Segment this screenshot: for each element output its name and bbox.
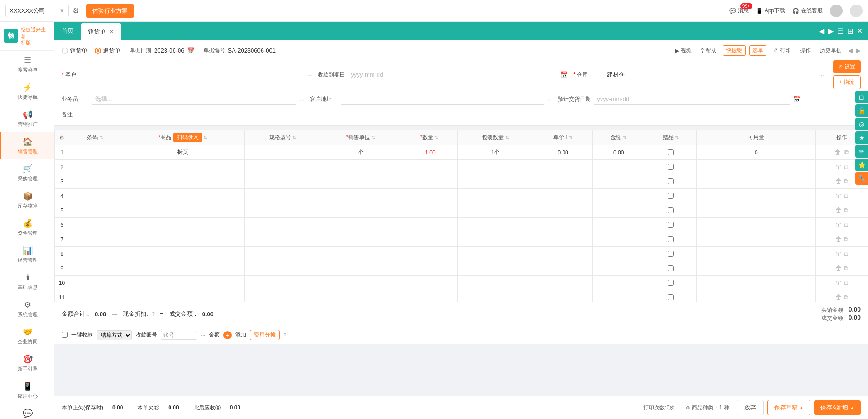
customer-addr-dots[interactable]: ···	[548, 96, 553, 103]
delete-icon-9[interactable]: 🗑	[834, 265, 843, 272]
sidebar-item-purchase[interactable]: 🛒 采购管理	[0, 159, 54, 187]
settings-icon-btn[interactable]: ⚙	[73, 6, 79, 15]
view-grid-btn[interactable]: ⊞	[847, 27, 853, 35]
add-payment-btn[interactable]: +	[223, 331, 232, 339]
copy-icon-2[interactable]: ⧉	[843, 163, 849, 170]
copy-icon-11[interactable]: ⧉	[843, 294, 849, 301]
close-all-btn[interactable]: ✕	[857, 27, 863, 35]
gift-checkbox-1[interactable]	[668, 149, 674, 155]
row-spec-1[interactable]	[245, 145, 320, 160]
fee-help-icon[interactable]: ?	[283, 332, 286, 338]
side-float-btn-7[interactable]: 🔧	[855, 172, 868, 185]
gift-checkbox-10[interactable]	[668, 280, 674, 286]
side-float-btn-3[interactable]: ◎	[855, 118, 868, 130]
copy-icon-4[interactable]: ⧉	[843, 192, 849, 199]
save-new-btn[interactable]: 保存&新增 ▲	[814, 400, 861, 415]
avatar[interactable]	[830, 5, 843, 17]
account-input[interactable]	[161, 331, 197, 340]
delete-icon-7[interactable]: 🗑	[834, 236, 843, 243]
side-float-btn-5[interactable]: ✏	[855, 145, 868, 158]
online-service-btn[interactable]: 🎧 在线客服	[792, 7, 823, 14]
gift-checkbox-6[interactable]	[668, 222, 674, 228]
copy-icon-5[interactable]: ⧉	[843, 207, 849, 214]
delete-icon-1[interactable]: 🗑	[834, 149, 842, 156]
gift-checkbox-8[interactable]	[668, 251, 674, 257]
gift-checkbox-3[interactable]	[668, 178, 674, 184]
discount-help-icon[interactable]: ?	[152, 311, 155, 317]
row-barcode-1[interactable]	[69, 145, 121, 160]
calc-method-select[interactable]: 结算方式	[97, 330, 132, 340]
message-btn[interactable]: 💬 消息 99+	[729, 7, 749, 14]
fee-btn[interactable]: 费用分摊	[250, 330, 280, 340]
sidebar-item-inventory[interactable]: 📦 库存核算	[0, 187, 54, 214]
trial-btn[interactable]: 体验行业方案	[86, 4, 134, 18]
side-float-btn-6[interactable]: ⭐	[855, 159, 868, 171]
help-btn[interactable]: ? 帮助	[698, 45, 719, 56]
side-float-btn-4[interactable]: ★	[855, 131, 868, 144]
gift-sort-icon[interactable]: ⇅	[675, 135, 679, 140]
avatar2[interactable]	[850, 5, 863, 17]
warehouse-input[interactable]	[604, 69, 815, 80]
delete-icon-6[interactable]: 🗑	[834, 221, 843, 228]
radio-return[interactable]: 退货单	[95, 47, 121, 55]
payment-due-input[interactable]	[349, 69, 557, 80]
warehouse-dots[interactable]: ···	[819, 72, 824, 78]
tab-home[interactable]: 首页	[54, 22, 81, 40]
expected-date-calendar-icon[interactable]: 📅	[793, 96, 801, 103]
spec-sort[interactable]: 规格型号 ⇅	[269, 134, 296, 140]
radio-sale[interactable]: 销货单	[62, 47, 87, 55]
gift-checkbox-4[interactable]	[668, 193, 674, 199]
copy-icon-7[interactable]: ⧉	[843, 236, 849, 243]
copy-icon-10[interactable]: ⧉	[843, 279, 849, 286]
copy-icon-1[interactable]: ⧉	[844, 149, 850, 156]
sidebar-item-finance[interactable]: 💰 资金管理	[0, 214, 54, 241]
copy-icon-8[interactable]: ⧉	[843, 250, 849, 257]
sidebar-item-guide[interactable]: 🎯 新手引导	[0, 350, 54, 377]
sidebar-item-search[interactable]: ☰ 搜索菜单	[0, 51, 54, 78]
delete-icon-8[interactable]: 🗑	[834, 250, 843, 257]
select-btn[interactable]: 选单	[749, 45, 766, 56]
video-btn[interactable]: ▶ 视频	[672, 45, 694, 56]
delete-icon-3[interactable]: 🗑	[834, 178, 843, 185]
delete-icon-5[interactable]: 🗑	[834, 207, 843, 214]
nav-prev-btn[interactable]: ◀	[819, 27, 824, 35]
payment-due-calendar-icon[interactable]: 📅	[560, 71, 568, 78]
company-selector[interactable]: XXXXXX公司 ▼	[5, 5, 69, 17]
price-help-icon[interactable]: ℹ	[566, 135, 567, 140]
sidebar-item-operation[interactable]: 📊 经营管理	[0, 241, 54, 268]
customer-addr-input[interactable]	[341, 94, 544, 105]
gift-checkbox-2[interactable]	[668, 164, 674, 170]
history-btn[interactable]: 历史单据	[817, 45, 844, 56]
goods-sort-icon[interactable]: ⇅	[204, 135, 207, 140]
customer-input[interactable]	[92, 69, 304, 80]
gear-icon[interactable]: ⚙	[59, 135, 64, 141]
sidebar-item-collab[interactable]: 🤝 企业协同	[0, 323, 54, 350]
unit-sort-icon[interactable]: ⇅	[372, 135, 375, 140]
gift-checkbox-7[interactable]	[668, 236, 674, 242]
print-btn[interactable]: 🖨 打印	[770, 45, 794, 56]
note-input[interactable]	[92, 109, 861, 120]
sidebar-item-basic[interactable]: ℹ 基础信息	[0, 268, 54, 295]
copy-icon-6[interactable]: ⧉	[843, 221, 849, 228]
scan-btn[interactable]: 扫码录入	[173, 133, 202, 142]
one-key-payment-checkbox[interactable]	[62, 332, 68, 338]
nav-next-icon-btn[interactable]: ▶	[856, 47, 861, 54]
delete-icon-2[interactable]: 🗑	[834, 163, 843, 170]
dots-icon[interactable]: ···	[201, 332, 205, 338]
sidebar-item-wechat[interactable]: 💬 企业微信	[0, 404, 54, 419]
copy-icon-9[interactable]: ⧉	[843, 265, 849, 272]
row-price-1[interactable]: 0.00	[533, 145, 593, 160]
nav-prev-icon-btn[interactable]: ◀	[848, 47, 853, 54]
sidebar-item-system[interactable]: ⚙ 系统管理	[0, 295, 54, 323]
copy-icon-3[interactable]: ⧉	[843, 178, 849, 185]
customer-dots[interactable]: ···	[307, 72, 312, 78]
row-gift-1[interactable]	[645, 145, 697, 160]
side-float-btn-1[interactable]: ◻	[855, 91, 868, 103]
delete-icon-11[interactable]: 🗑	[834, 294, 843, 301]
nav-next-btn[interactable]: ▶	[828, 27, 834, 35]
side-float-btn-2[interactable]: 🔒	[855, 104, 868, 117]
qty-sort-icon[interactable]: ⇅	[435, 135, 438, 140]
discard-btn[interactable]: 放弃	[737, 400, 764, 415]
gift-checkbox-9[interactable]	[668, 265, 674, 271]
salesman-dots[interactable]: ···	[300, 96, 305, 103]
